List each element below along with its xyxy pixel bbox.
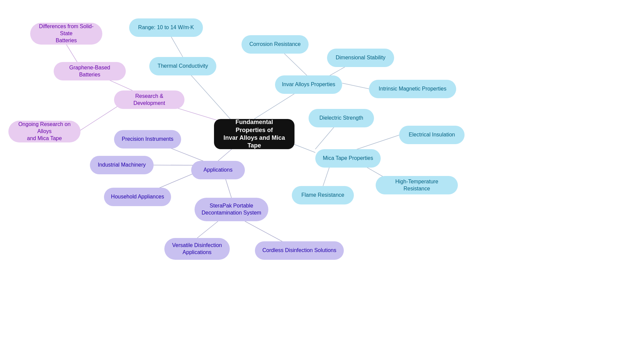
applications-label: Applications	[204, 167, 232, 174]
versatile-disinfection-node: Versatile Disinfection Applications	[164, 238, 230, 260]
cordless-disinfection-node: Cordless Disinfection Solutions	[255, 241, 344, 260]
industrial-machinery-label: Industrial Machinery	[98, 162, 146, 169]
invar-properties-node: Invar Alloys Properties	[275, 75, 342, 94]
intrinsic-magnetic-label: Intrinsic Magnetic Properties	[379, 85, 446, 93]
applications-node: Applications	[191, 161, 245, 179]
high-temp-resistance-node: High-Temperature Resistance	[376, 176, 458, 194]
graphene-batteries-label: Graphene-Based Batteries	[60, 64, 119, 78]
research-dev-node: Research & Development	[114, 90, 184, 109]
thermal-conductivity-label: Thermal Conductivity	[158, 63, 208, 70]
differences-batteries-label: Differences from Solid-State Batteries	[37, 23, 96, 44]
center-node: Fundamental Properties of Invar Alloys a…	[214, 119, 294, 149]
graphene-batteries-node: Graphene-Based Batteries	[54, 62, 126, 80]
mica-tape-properties-label: Mica Tape Properties	[323, 155, 373, 162]
range-thermal-node: Range: 10 to 14 W/m·K	[129, 18, 203, 37]
versatile-disinfection-label: Versatile Disinfection Applications	[172, 242, 222, 256]
svg-line-9	[66, 45, 77, 62]
electrical-insulation-label: Electrical Insulation	[409, 131, 455, 138]
cordless-disinfection-label: Cordless Disinfection Solutions	[262, 247, 336, 254]
household-appliances-label: Household Appliances	[111, 193, 164, 200]
dimensional-stability-node: Dimensional Stability	[327, 49, 394, 67]
invar-properties-label: Invar Alloys Properties	[282, 81, 335, 88]
svg-line-5	[342, 83, 369, 89]
flame-resistance-node: Flame Resistance	[292, 186, 354, 204]
household-appliances-node: Household Appliances	[104, 188, 171, 206]
dimensional-stability-label: Dimensional Stability	[336, 54, 386, 61]
dielectric-strength-label: Dielectric Strength	[319, 115, 363, 122]
svg-line-15	[197, 221, 218, 238]
intrinsic-magnetic-node: Intrinsic Magnetic Properties	[369, 80, 456, 98]
dielectric-strength-node: Dielectric Strength	[309, 109, 374, 127]
ongoing-research-node: Ongoing Research on Alloys and Mica Tape	[8, 121, 80, 142]
precision-instruments-label: Precision Instruments	[122, 136, 173, 143]
center-label: Fundamental Properties of Invar Alloys a…	[221, 118, 288, 150]
industrial-machinery-node: Industrial Machinery	[90, 156, 154, 174]
high-temp-resistance-label: High-Temperature Resistance	[382, 178, 451, 192]
corrosion-resistance-node: Corrosion Resistance	[241, 35, 309, 54]
range-thermal-label: Range: 10 to 14 W/m·K	[138, 24, 194, 31]
flame-resistance-label: Flame Resistance	[301, 192, 344, 199]
corrosion-resistance-label: Corrosion Resistance	[250, 41, 301, 48]
differences-batteries-node: Differences from Solid-State Batteries	[30, 23, 102, 45]
thermal-conductivity-node: Thermal Conductivity	[149, 57, 216, 75]
mica-tape-properties-node: Mica Tape Properties	[315, 149, 381, 168]
sterapak-label: SteraPak Portable Decontamination System	[202, 202, 261, 217]
ongoing-research-label: Ongoing Research on Alloys and Mica Tape	[15, 121, 74, 142]
electrical-insulation-node: Electrical Insulation	[399, 126, 465, 144]
research-dev-label: Research & Development	[121, 93, 178, 107]
precision-instruments-node: Precision Instruments	[114, 130, 181, 148]
sterapak-node: SteraPak Portable Decontamination System	[195, 198, 268, 221]
